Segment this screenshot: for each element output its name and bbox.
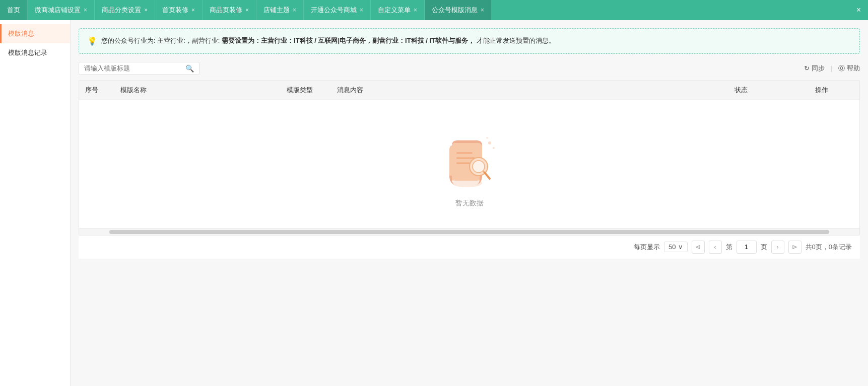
col-header-seq: 序号: [79, 86, 114, 95]
notice-highlight: 需要设置为：主营行业：IT科技 / 互联网|电子商务，副营行业：IT科技 / I…: [222, 37, 475, 44]
sidebar-item-template-message-record[interactable]: 模版消息记录: [0, 43, 70, 62]
nav-tab-template-msg[interactable]: 公众号模版消息 ×: [425, 0, 492, 20]
last-page-icon: ⊳: [792, 243, 797, 251]
svg-point-9: [493, 147, 495, 149]
nav-tab-custom-menu[interactable]: 自定义菜单 ×: [371, 0, 425, 20]
close-open-mall[interactable]: ×: [360, 7, 363, 14]
next-page-button[interactable]: ›: [771, 241, 784, 254]
close-template-msg[interactable]: ×: [481, 7, 484, 14]
svg-point-10: [486, 137, 488, 139]
store-theme-label: 店铺主题: [263, 6, 290, 15]
template-msg-label: 公众号模版消息: [432, 6, 478, 15]
product-decor-label: 商品页装修: [210, 6, 242, 15]
page-label: 第: [726, 243, 732, 252]
notice-bulb-icon: 💡: [87, 36, 97, 46]
nav-tab-home-decor[interactable]: 首页装修 ×: [155, 0, 203, 20]
empty-state: 暂无数据: [79, 100, 859, 228]
sidebar-item-template-message[interactable]: 模版消息: [0, 24, 70, 43]
close-home-decor[interactable]: ×: [191, 7, 195, 14]
sidebar: 模版消息 模版消息记录: [0, 20, 71, 386]
sync-icon: ↻: [804, 64, 810, 72]
nav-tab-category-settings[interactable]: 商品分类设置 ×: [95, 0, 155, 20]
main-layout: 模版消息 模版消息记录 💡 您的公众号行业为: 主营行业:，副营行业: 需要设置…: [0, 20, 868, 386]
close-store-theme[interactable]: ×: [293, 7, 296, 14]
help-label: 帮助: [847, 64, 860, 73]
page-size-select[interactable]: 50 ∨: [664, 242, 687, 252]
notice-prefix: 您的公众号行业为: 主营行业:，副营行业:: [101, 37, 220, 44]
home-decor-label: 首页装修: [162, 6, 188, 15]
search-icon[interactable]: 🔍: [185, 64, 194, 72]
col-header-name: 模版名称: [114, 86, 281, 95]
close-custom-menu[interactable]: ×: [414, 7, 417, 14]
content-area: 💡 您的公众号行业为: 主营行业:，副营行业: 需要设置为：主营行业：IT科技 …: [71, 20, 868, 386]
notice-suffix: 才能正常发送预置的消息。: [477, 37, 555, 44]
search-bar: 🔍 ↻ 同步 | ⓪ 帮助: [79, 62, 860, 75]
prev-page-icon: ‹: [714, 243, 716, 251]
help-icon: ⓪: [838, 64, 845, 73]
search-input-wrap[interactable]: 🔍: [79, 62, 199, 75]
nav-tab-product-decor[interactable]: 商品页装修 ×: [203, 0, 256, 20]
svg-point-5: [473, 161, 485, 173]
toolbar-right: ↻ 同步 | ⓪ 帮助: [804, 64, 860, 73]
notice-box: 💡 您的公众号行业为: 主营行业:，副营行业: 需要设置为：主营行业：IT科技 …: [79, 28, 860, 54]
svg-line-7: [485, 173, 490, 179]
page-size-value: 50: [669, 243, 676, 251]
help-button[interactable]: ⓪ 帮助: [838, 64, 860, 73]
notice-text: 您的公众号行业为: 主营行业:，副营行业: 需要设置为：主营行业：IT科技 / …: [101, 36, 555, 46]
prev-page-button[interactable]: ‹: [709, 241, 722, 254]
close-product-decor[interactable]: ×: [245, 7, 249, 14]
custom-menu-label: 自定义菜单: [378, 6, 411, 15]
col-header-status: 状态: [728, 86, 809, 95]
col-header-content: 消息内容: [331, 86, 728, 95]
next-page-icon: ›: [776, 243, 778, 251]
shop-settings-label: 微商城店铺设置: [35, 6, 81, 15]
sync-label: 同步: [812, 64, 825, 73]
page-suffix: 页: [761, 243, 767, 252]
search-input[interactable]: [84, 64, 185, 72]
data-table: 序号 模版名称 模版类型 消息内容 状态 操作: [79, 80, 860, 236]
close-category-settings[interactable]: ×: [144, 7, 148, 14]
pagination-bar: 每页显示 50 ∨ ⊲ ‹ 第 页 › ⊳ 共0页，0条记录: [79, 236, 860, 259]
sidebar-item-template-message-record-label: 模版消息记录: [8, 49, 47, 56]
close-all-button[interactable]: ×: [849, 0, 868, 20]
col-header-type: 模版类型: [281, 86, 331, 95]
open-mall-label: 开通公众号商城: [311, 6, 357, 15]
sync-button[interactable]: ↻ 同步: [804, 64, 825, 73]
scrollbar-thumb[interactable]: [109, 230, 829, 234]
nav-tab-open-mall[interactable]: 开通公众号商城 ×: [304, 0, 371, 20]
close-shop-settings[interactable]: ×: [84, 7, 87, 14]
total-info: 共0页，0条记录: [806, 243, 852, 252]
svg-point-8: [488, 141, 491, 144]
home-tab-label: 首页: [7, 6, 20, 15]
empty-text: 暂无数据: [455, 199, 484, 208]
sidebar-item-template-message-label: 模版消息: [8, 30, 34, 37]
table-header: 序号 模版名称 模版类型 消息内容 状态 操作: [79, 81, 859, 100]
nav-tab-home[interactable]: 首页: [0, 0, 28, 20]
toolbar-divider: |: [831, 64, 832, 72]
empty-illustration: [439, 130, 500, 191]
nav-tab-store-theme[interactable]: 店铺主题 ×: [256, 0, 304, 20]
close-all-icon: ×: [856, 6, 861, 15]
col-header-action: 操作: [809, 86, 859, 95]
page-size-label: 每页显示: [634, 243, 660, 252]
category-settings-label: 商品分类设置: [102, 6, 141, 15]
nav-tab-shop-settings[interactable]: 微商城店铺设置 ×: [28, 0, 95, 20]
first-page-icon: ⊲: [695, 243, 701, 251]
page-number-input[interactable]: [737, 241, 757, 254]
top-nav: 首页 微商城店铺设置 × 商品分类设置 × 首页装修 × 商品页装修 × 店铺主…: [0, 0, 868, 20]
last-page-button[interactable]: ⊳: [788, 241, 802, 254]
page-size-dropdown-icon: ∨: [678, 243, 683, 251]
horizontal-scrollbar[interactable]: [79, 228, 859, 235]
first-page-button[interactable]: ⊲: [692, 241, 705, 254]
